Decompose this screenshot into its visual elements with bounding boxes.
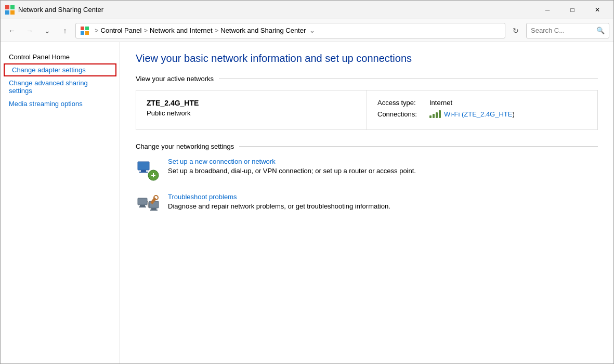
sidebar-link-advanced[interactable]: Change advanced sharing settings: [9, 79, 88, 95]
network-left: ZTE_2.4G_HTE Public network: [136, 90, 367, 129]
window-icon: [5, 5, 15, 15]
sidebar-item-media[interactable]: Media streaming options: [1, 97, 120, 110]
troubleshoot-text: Troubleshoot problems Diagnose and repai…: [168, 193, 390, 210]
svg-rect-10: [139, 172, 148, 173]
wifi-bar-4: [439, 110, 441, 118]
wifi-connection-link[interactable]: Wi-Fi (ZTE_2.4G_HTE: [444, 110, 512, 118]
wifi-bar-1: [429, 115, 432, 118]
sidebar-item-home[interactable]: Control Panel Home: [1, 50, 120, 63]
breadcrumb-sep-2: >: [143, 27, 148, 34]
svg-rect-16: [139, 206, 146, 207]
up-button[interactable]: ↑: [58, 23, 72, 38]
search-box[interactable]: 🔍: [526, 23, 609, 38]
network-type: Public network: [147, 109, 356, 117]
back-button[interactable]: ←: [5, 23, 19, 38]
maximize-button[interactable]: □: [560, 2, 584, 18]
new-connection-text: Set up a new connection or network Set u…: [168, 158, 416, 175]
svg-rect-9: [141, 170, 146, 172]
wifi-signal-icon: [429, 110, 441, 118]
main-content: Control Panel Home Change adapter settin…: [1, 42, 613, 363]
svg-rect-8: [138, 162, 149, 170]
breadcrumb-bar[interactable]: > Control Panel > Network and Internet >…: [75, 23, 505, 38]
change-settings-header: Change your networking settings: [136, 142, 598, 150]
change-settings-title: Change your networking settings: [136, 142, 234, 150]
address-bar: ← → ⌄ ↑ > Control Panel > Network and In…: [1, 19, 613, 42]
svg-rect-19: [150, 210, 158, 211]
refresh-button[interactable]: ↻: [508, 23, 523, 38]
active-networks-title: View your active networks: [136, 75, 214, 83]
breadcrumb-sep-3: >: [215, 27, 219, 34]
svg-rect-6: [81, 31, 84, 35]
troubleshoot-item: Troubleshoot problems Diagnose and repai…: [136, 193, 598, 218]
svg-rect-14: [138, 198, 147, 205]
wifi-bar-2: [433, 114, 435, 118]
access-type-row: Access type: Internet: [377, 99, 587, 107]
change-settings-line: [239, 146, 598, 147]
search-input[interactable]: [531, 27, 594, 34]
window-controls: ─ □ ✕: [535, 2, 609, 18]
sidebar-item-adapter[interactable]: Change adapter settings: [4, 63, 116, 76]
new-connection-icon: [136, 158, 161, 183]
down-button[interactable]: ⌄: [40, 23, 55, 38]
close-button[interactable]: ✕: [585, 2, 609, 18]
breadcrumb-sharing-center[interactable]: Network and Sharing Center: [220, 27, 306, 34]
svg-rect-18: [151, 208, 156, 210]
sidebar-item-advanced[interactable]: Change advanced sharing settings: [1, 76, 120, 97]
network-right: Access type: Internet Connections: Wi-Fi…: [367, 90, 597, 129]
address-dropdown-button[interactable]: ⌄: [306, 23, 318, 38]
active-network-box: ZTE_2.4G_HTE Public network Access type:…: [136, 90, 598, 130]
minimize-button[interactable]: ─: [535, 2, 559, 18]
access-type-value: Internet: [429, 99, 452, 107]
svg-rect-7: [85, 31, 89, 35]
svg-rect-0: [5, 5, 9, 9]
svg-rect-1: [10, 5, 15, 9]
new-connection-desc: Set up a broadband, dial-up, or VPN conn…: [168, 167, 416, 175]
search-icon: 🔍: [596, 27, 605, 34]
access-type-label: Access type:: [377, 99, 429, 107]
svg-rect-15: [140, 205, 145, 206]
active-networks-header: View your active networks: [136, 75, 598, 83]
breadcrumb-network-internet[interactable]: Network and Internet: [150, 27, 213, 34]
new-connection-link[interactable]: Set up a new connection or network: [168, 158, 276, 165]
troubleshoot-desc: Diagnose and repair network problems, or…: [168, 202, 390, 210]
window-title: Network and Sharing Center: [18, 6, 535, 14]
control-panel-icon: [80, 26, 89, 35]
main-window: Network and Sharing Center ─ □ ✕ ← → ⌄ ↑…: [0, 0, 614, 364]
svg-rect-3: [10, 10, 15, 15]
svg-rect-13: [153, 173, 154, 177]
svg-rect-2: [5, 10, 9, 15]
svg-rect-4: [81, 27, 84, 30]
title-bar: Network and Sharing Center ─ □ ✕: [1, 1, 613, 19]
forward-button[interactable]: →: [22, 23, 37, 38]
new-connection-item: Set up a new connection or network Set u…: [136, 158, 598, 183]
page-title: View your basic network information and …: [136, 53, 598, 64]
content-area: View your basic network information and …: [120, 42, 613, 363]
sidebar: Control Panel Home Change adapter settin…: [1, 42, 120, 363]
connections-label: Connections:: [377, 110, 429, 118]
network-name: ZTE_2.4G_HTE: [147, 99, 356, 107]
connections-row: Connections: Wi-Fi (ZTE_2.4G_HTE ): [377, 110, 587, 118]
svg-rect-5: [85, 27, 89, 30]
sidebar-link-adapter[interactable]: Change adapter settings: [12, 66, 86, 74]
sidebar-label-home: Control Panel Home: [9, 53, 70, 61]
new-connection-heading: Set up a new connection or network: [168, 158, 416, 165]
wifi-bar-3: [436, 112, 438, 118]
sidebar-link-media[interactable]: Media streaming options: [9, 100, 83, 108]
breadcrumb-sep-1: >: [95, 27, 99, 34]
breadcrumb-control-panel[interactable]: Control Panel: [101, 27, 142, 34]
troubleshoot-link[interactable]: Troubleshoot problems: [168, 193, 237, 201]
troubleshoot-icon: [136, 193, 161, 218]
active-networks-line: [219, 79, 598, 79]
wifi-connection-suffix: ): [512, 110, 514, 118]
troubleshoot-heading: Troubleshoot problems: [168, 193, 390, 201]
